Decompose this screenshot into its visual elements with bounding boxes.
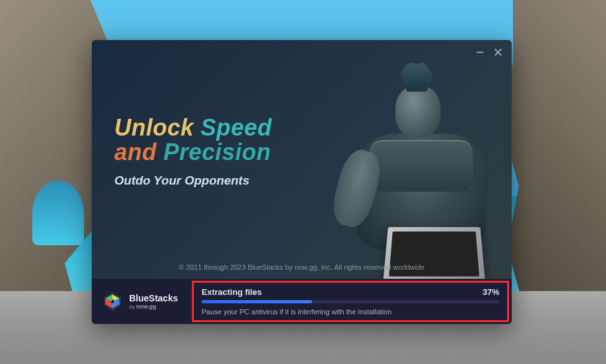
headline-word-precision: Precision bbox=[163, 139, 271, 165]
warrior-character bbox=[318, 66, 512, 279]
hero-illustration bbox=[292, 40, 512, 279]
bluestacks-logo-icon bbox=[101, 290, 124, 313]
headline: Unlock Speed and Precision Outdo Your Op… bbox=[114, 114, 272, 188]
minimize-button[interactable] bbox=[475, 48, 485, 57]
installer-window: Unlock Speed and Precision Outdo Your Op… bbox=[92, 40, 512, 324]
logo-text-sub: by now.gg bbox=[129, 303, 178, 310]
window-controls bbox=[475, 48, 503, 57]
logo-text: BlueStacks by now.gg bbox=[129, 293, 178, 310]
progress-status-label: Extracting files bbox=[202, 287, 262, 297]
progress-bar bbox=[202, 300, 499, 303]
close-icon bbox=[494, 48, 503, 57]
progress-header: Extracting files 37% bbox=[202, 287, 499, 297]
progress-panel: Extracting files 37% Pause your PC antiv… bbox=[192, 281, 509, 322]
headline-word-unlock: Unlock bbox=[114, 114, 194, 141]
progress-fill bbox=[202, 300, 312, 303]
close-button[interactable] bbox=[494, 48, 503, 57]
logo-text-main: BlueStacks bbox=[129, 293, 178, 303]
svg-point-4 bbox=[111, 300, 112, 301]
installer-footer: BlueStacks by now.gg Extracting files 37… bbox=[92, 279, 512, 324]
progress-hint: Pause your PC antivirus if it is interfe… bbox=[202, 308, 499, 316]
headline-line-1: Unlock Speed bbox=[114, 114, 272, 141]
progress-percentage: 37% bbox=[483, 287, 499, 297]
minimize-icon bbox=[475, 48, 485, 57]
headline-word-speed: Speed bbox=[201, 114, 273, 141]
copyright-text: © 2011 through 2023 BlueStacks by now.gg… bbox=[92, 263, 512, 271]
hero-banner: Unlock Speed and Precision Outdo Your Op… bbox=[92, 40, 512, 279]
headline-word-and: and bbox=[114, 139, 157, 165]
tagline: Outdo Your Opponents bbox=[114, 174, 272, 188]
headline-line-2: and Precision bbox=[114, 139, 272, 166]
logo: BlueStacks by now.gg bbox=[92, 290, 192, 313]
